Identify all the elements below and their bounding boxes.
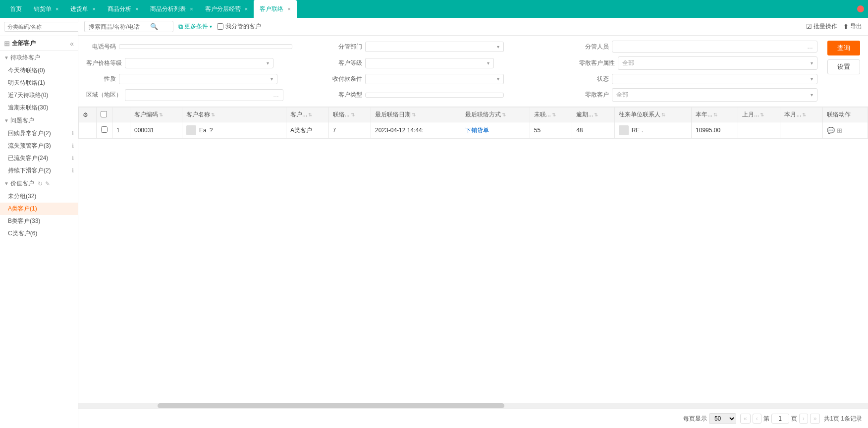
settings-btn[interactable]: 设置 [827, 59, 860, 74]
sidebar-content: ▼ 待联络客户 今天待联络(0) 明天待联络(1) 近7天待联络(0) 逾期未联… [0, 51, 78, 428]
nav-analysis-list[interactable]: 商品分析列表 × [144, 0, 199, 18]
prev-page-btn[interactable]: ‹ [753, 414, 761, 424]
nav-purchase-close[interactable]: × [92, 0, 95, 18]
my-customers-checkbox-container[interactable]: 我分管的客户 [217, 22, 261, 31]
th-code[interactable]: 客户编码 ⇅ [130, 107, 182, 122]
nav-analysis-list-close[interactable]: × [190, 0, 193, 18]
th-last-month[interactable]: 上月... ⇅ [738, 107, 780, 122]
sidebar-section-pending-title[interactable]: ▼ 待联络客户 [0, 51, 78, 64]
sidebar-item-seven-days[interactable]: 近7天待联络(0) [0, 89, 78, 102]
edit-icon[interactable]: ✎ [45, 180, 50, 187]
sidebar-section-value-title[interactable]: ▼ 价值客户 ↻ ✎ [0, 177, 78, 190]
th-name[interactable]: 客户名称 ⇅ [182, 107, 286, 122]
main-search-input[interactable] [89, 23, 148, 30]
sidebar-item-tomorrow[interactable]: 明天待联络(1) [0, 77, 78, 89]
comment-action-icon[interactable]: 💬 [827, 127, 835, 134]
th-no-contact[interactable]: 未联... ⇅ [530, 107, 572, 122]
filter-region-select[interactable]: … [125, 89, 283, 101]
th-visits[interactable]: 往来单位联系人 ⇅ [614, 107, 691, 122]
table-header-row: ⚙ 客户编码 ⇅ [79, 107, 868, 122]
filter-phone-label: 电话号码 [86, 43, 116, 51]
filter-nature-label: 性质 [86, 75, 116, 83]
sidebar-item-c-class[interactable]: C类客户(6) [0, 227, 78, 240]
refresh-icon[interactable]: ↻ [38, 180, 43, 187]
page-size-select[interactable]: 10 20 50 100 [709, 413, 736, 424]
filter-dept-select[interactable]: ▾ [365, 42, 504, 52]
sidebar-item-loss-warning[interactable]: 流失预警客户(3) ℹ [0, 140, 78, 152]
nav-purchase[interactable]: 进货单 × [64, 0, 101, 18]
nav-analysis[interactable]: 商品分析 × [102, 0, 144, 18]
region-dots-icon[interactable]: … [273, 92, 279, 99]
nav-sales[interactable]: 销货单 × [28, 0, 64, 18]
b-class-label: B类客户(33) [8, 217, 74, 225]
row-checkbox[interactable] [101, 126, 108, 133]
th-last-contact-method[interactable]: 最后联络方式 ⇅ [461, 107, 530, 122]
page-number-input[interactable] [771, 414, 789, 424]
filter-customer-type-select[interactable] [365, 93, 504, 98]
next-page-btn[interactable]: › [799, 414, 808, 424]
nav-customer-segment-close[interactable]: × [245, 0, 248, 18]
th-this-year[interactable]: 本年... ⇅ [692, 107, 738, 122]
export-btn[interactable]: ⬆ 导出 [843, 22, 862, 31]
th-last-contact-date[interactable]: 最后联络日期 ⇅ [371, 107, 461, 122]
nav-customer-contact[interactable]: 客户联络 × [254, 0, 296, 18]
lost-label: 已流失客户(24) [8, 154, 72, 162]
th-customer-type[interactable]: 客户... ⇅ [286, 107, 328, 122]
nav-customer-contact-close[interactable]: × [287, 0, 290, 18]
th-check[interactable] [97, 107, 112, 122]
th-gear[interactable]: ⚙ [79, 107, 97, 122]
query-btn[interactable]: 查询 [827, 41, 860, 55]
th-contact[interactable]: 联络... ⇅ [328, 107, 371, 122]
filter-retail-customer-label: 零散客户 [579, 91, 609, 99]
sidebar-item-continuous-decline[interactable]: 持续下滑客户(2) ℹ [0, 164, 78, 177]
table-scrollbar[interactable] [78, 403, 868, 409]
filter-customer-type: 客户类型 [332, 91, 571, 99]
batch-op-btn[interactable]: ☑ 批量操作 [806, 22, 837, 31]
sidebar-collapse-btn[interactable]: « [70, 40, 74, 48]
td-last-contact-method[interactable]: 下销货单 [461, 122, 530, 139]
filter-customer-level-select[interactable]: ▾ [365, 58, 494, 68]
nav-home[interactable]: 首页 [4, 0, 28, 18]
nav-sales-close[interactable]: × [55, 0, 58, 18]
sidebar-item-b-class[interactable]: B类客户(33) [0, 215, 78, 227]
filter-status-select[interactable]: ▾ [612, 74, 817, 84]
scrollbar-thumb[interactable] [158, 403, 504, 408]
my-customers-checkbox[interactable] [217, 23, 223, 30]
sort-icon-thismonth: ⇅ [802, 112, 806, 117]
th-overdue[interactable]: 逾期... ⇅ [572, 107, 614, 122]
window-close-btn[interactable] [857, 5, 864, 12]
manager-dots-icon[interactable]: … [807, 43, 813, 50]
sidebar-item-ungrouped[interactable]: 未分组(32) [0, 190, 78, 203]
sidebar-item-lost[interactable]: 已流失客户(24) ℹ [0, 152, 78, 164]
filter-retail-attr-select[interactable]: 全部 ▾ [618, 56, 817, 70]
repurchase-abnormal-label: 回购异常客户(2) [8, 129, 72, 138]
filter-nature-select[interactable]: ▾ [119, 74, 277, 84]
sidebar-item-today[interactable]: 今天待联络(0) [0, 64, 78, 77]
main-search-icon[interactable]: 🔍 [150, 23, 158, 30]
sidebar-header-title: ⊞ 全部客户 [4, 39, 36, 48]
filter-retail-customer-select[interactable]: 全部 ▾ [612, 88, 817, 102]
th-this-month[interactable]: 本月... ⇅ [780, 107, 822, 122]
sort-icon-contact: ⇅ [351, 112, 355, 117]
sidebar-item-overdue[interactable]: 逾期未联络(30) [0, 102, 78, 114]
select-all-checkbox[interactable] [101, 111, 107, 117]
sidebar-item-a-class[interactable]: A类客户(1) [0, 203, 78, 215]
contact-method-link[interactable]: 下销货单 [465, 127, 489, 134]
filter-price-level-select[interactable]: ▾ [125, 58, 273, 68]
sidebar-item-repurchase-abnormal[interactable]: 回购异常客户(2) ℹ [0, 127, 78, 140]
sidebar-search-input[interactable] [4, 22, 79, 32]
filter-payment-select[interactable]: ▾ [365, 74, 504, 84]
td-check[interactable] [97, 122, 112, 139]
sidebar-section-problem-title[interactable]: ▼ 问题客户 [0, 114, 78, 127]
qr-action-icon[interactable]: ⊞ [837, 127, 842, 134]
table-scroll[interactable]: ⚙ 客户编码 ⇅ [78, 107, 868, 403]
first-page-btn[interactable]: « [740, 414, 751, 424]
nav-customer-contact-label: 客户联络 [260, 0, 283, 18]
nav-analysis-close[interactable]: × [135, 0, 138, 18]
filter-btn[interactable]: ⧉ 更多条件 ▾ [178, 22, 212, 31]
filter-phone-input[interactable] [119, 44, 292, 49]
filter-manager-select[interactable]: … [612, 41, 817, 53]
last-page-btn[interactable]: » [810, 414, 820, 424]
nav-customer-segment[interactable]: 客户分层经营 × [199, 0, 254, 18]
sort-icon-date: ⇅ [412, 112, 416, 117]
